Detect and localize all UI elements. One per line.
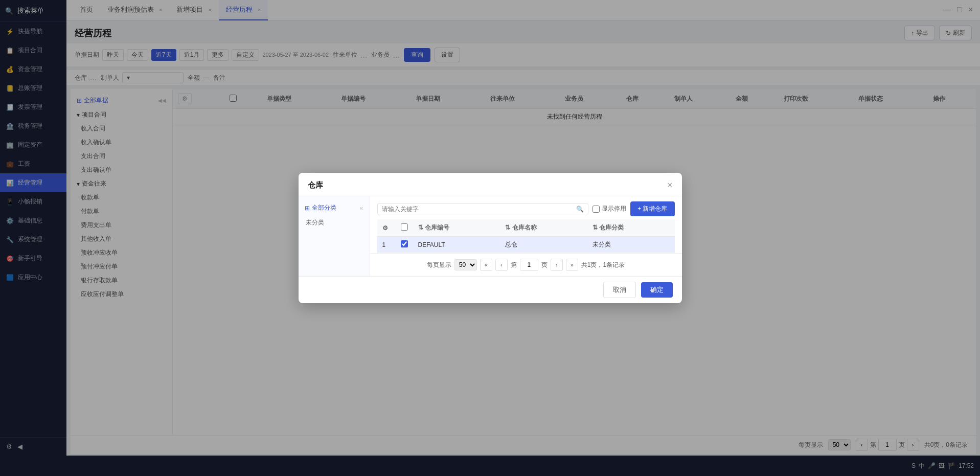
sort-icon: ⇅: [592, 224, 598, 231]
sort-icon: ⇅: [418, 224, 423, 231]
dialog-category-panel: ⊞ 全部分类 « 未分类: [299, 196, 370, 276]
dialog-title: 仓库: [308, 180, 323, 190]
dialog-next-btn[interactable]: ›: [551, 259, 563, 271]
dth-category[interactable]: ⇅ 仓库分类: [587, 219, 675, 237]
dialog-last-btn[interactable]: »: [566, 259, 578, 271]
dialog-search-input[interactable]: [382, 206, 577, 213]
warehouse-dialog: 仓库 × ⊞ 全部分类 « 未分类: [299, 173, 682, 303]
col-label: 仓库分类: [599, 224, 624, 231]
dialog-right-panel: 🔍 显示停用 + 新增仓库 ⚙: [370, 196, 682, 276]
dialog-toolbar: 🔍 显示停用 + 新增仓库: [370, 196, 682, 219]
row-settings[interactable]: 1: [377, 237, 396, 253]
dialog-per-page-select[interactable]: 50: [454, 259, 477, 270]
dialog-prev-btn[interactable]: ‹: [495, 259, 508, 271]
confirm-button[interactable]: 确定: [641, 282, 673, 298]
dialog-page-label: 第: [511, 261, 517, 269]
add-warehouse-button[interactable]: + 新增仓库: [630, 201, 674, 216]
dialog-select-all[interactable]: [401, 223, 408, 231]
sort-icon: ⇅: [505, 224, 510, 231]
col-label: 仓库编号: [425, 224, 449, 231]
dialog-header: 仓库 ×: [299, 173, 682, 196]
row-checkbox[interactable]: [396, 237, 413, 253]
gear-icon: ⚙: [382, 224, 388, 232]
search-icon: 🔍: [576, 206, 584, 213]
cancel-button[interactable]: 取消: [603, 282, 636, 298]
dialog-body: ⊞ 全部分类 « 未分类 🔍: [299, 196, 682, 276]
dialog-pagination: 每页显示 50 « ‹ 第 页 › » 共1页，1条记录: [370, 253, 682, 276]
show-disabled-toggle[interactable]: 显示停用: [592, 205, 626, 213]
show-disabled-label: 显示停用: [602, 205, 626, 213]
dialog-category-unclassified[interactable]: 未分类: [299, 215, 370, 230]
dialog-footer: 取消 确定: [299, 276, 682, 303]
grid-icon-small: ⊞: [305, 205, 310, 212]
dialog-first-btn[interactable]: «: [480, 259, 492, 271]
dialog-overlay: 仓库 × ⊞ 全部分类 « 未分类: [0, 0, 980, 476]
dialog-search-box[interactable]: 🔍: [377, 203, 589, 215]
category-label: 未分类: [306, 219, 324, 226]
row-select-checkbox[interactable]: [401, 240, 408, 247]
dialog-page-input[interactable]: [520, 259, 538, 271]
row-id: 1: [382, 241, 386, 248]
row-category: 未分类: [587, 237, 675, 253]
dialog-close-btn[interactable]: ×: [667, 180, 673, 191]
show-disabled-checkbox[interactable]: [592, 206, 600, 213]
dth-settings[interactable]: ⚙: [377, 219, 396, 237]
row-name: 总仓: [500, 237, 587, 253]
dialog-per-page-label: 每页显示: [427, 261, 451, 269]
dth-code[interactable]: ⇅ 仓库编号: [413, 219, 500, 237]
row-code: DEFAULT: [413, 237, 500, 253]
collapse-left-icon[interactable]: «: [360, 205, 363, 212]
col-label: 仓库名称: [512, 224, 537, 231]
dialog-page-suffix: 页: [541, 261, 548, 269]
dth-checkbox[interactable]: [396, 219, 413, 237]
dialog-table-wrap: ⚙ ⇅ 仓库编号 ⇅ 仓库名称: [370, 219, 682, 253]
dialog-warehouse-table: ⚙ ⇅ 仓库编号 ⇅ 仓库名称: [377, 219, 675, 253]
dth-name[interactable]: ⇅ 仓库名称: [500, 219, 587, 237]
dialog-all-categories[interactable]: ⊞ 全部分类 «: [299, 200, 370, 215]
table-row[interactable]: 1 DEFAULT 总仓 未分类: [377, 237, 675, 253]
all-categories-label: 全部分类: [312, 203, 336, 212]
dialog-total: 共1页，1条记录: [581, 261, 625, 269]
